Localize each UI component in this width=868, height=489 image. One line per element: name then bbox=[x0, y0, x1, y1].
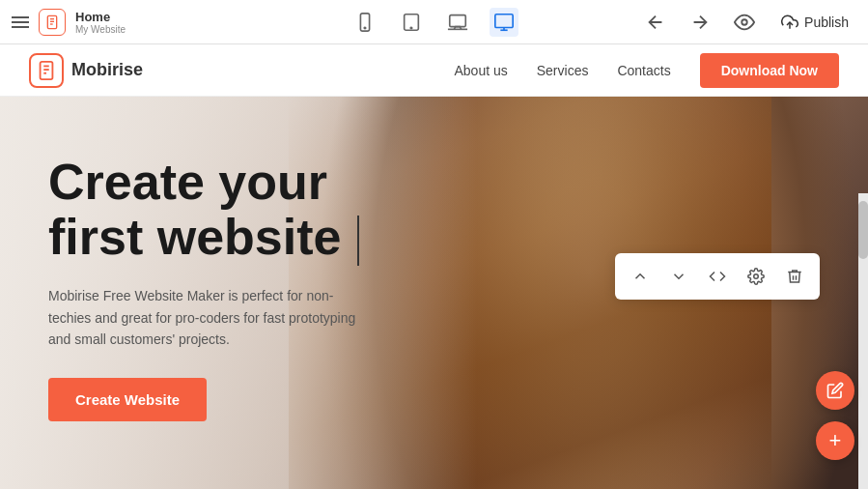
svg-point-7 bbox=[410, 27, 411, 28]
scrollbar[interactable] bbox=[858, 193, 868, 489]
device-switcher bbox=[350, 8, 518, 37]
tab-icon bbox=[39, 9, 66, 36]
hamburger-menu[interactable] bbox=[12, 16, 29, 28]
brand: Mobirise bbox=[29, 53, 143, 88]
tab-subtitle: My Website bbox=[75, 24, 126, 35]
hero-title-line1: Create your bbox=[48, 154, 327, 210]
hero-section: Create your first website Mobirise Free … bbox=[0, 97, 868, 489]
device-tablet[interactable] bbox=[397, 8, 426, 37]
nav-about[interactable]: About us bbox=[454, 63, 507, 78]
publish-button[interactable]: Publish bbox=[773, 10, 856, 35]
back-button[interactable] bbox=[640, 7, 671, 38]
brand-icon bbox=[29, 53, 64, 88]
svg-point-5 bbox=[364, 27, 365, 28]
device-laptop[interactable] bbox=[443, 8, 472, 37]
nav-services[interactable]: Services bbox=[537, 63, 589, 78]
preview-button[interactable] bbox=[729, 7, 760, 38]
website-navbar: Mobirise About us Services Contacts Down… bbox=[0, 44, 868, 97]
move-up-button[interactable] bbox=[623, 259, 658, 294]
fab-edit-button[interactable] bbox=[816, 371, 854, 410]
scrollbar-thumb[interactable] bbox=[858, 201, 868, 259]
move-down-button[interactable] bbox=[661, 259, 696, 294]
svg-point-10 bbox=[742, 19, 747, 25]
hero-title: Create your first website bbox=[48, 155, 386, 266]
fab-add-icon: + bbox=[829, 428, 842, 453]
device-mobile-small[interactable] bbox=[350, 8, 379, 37]
nav-contacts[interactable]: Contacts bbox=[617, 63, 670, 78]
svg-rect-9 bbox=[494, 14, 512, 27]
delete-button[interactable] bbox=[777, 259, 812, 294]
hero-content: Create your first website Mobirise Free … bbox=[0, 97, 434, 479]
hero-title-line2: first website bbox=[48, 209, 341, 265]
nav-download-button[interactable]: Download Now bbox=[700, 53, 839, 88]
tab-title: Home bbox=[75, 10, 126, 24]
toolbar-right: Publish bbox=[640, 7, 856, 38]
hero-cta-button[interactable]: Create Website bbox=[48, 378, 207, 421]
nav-links: About us Services Contacts Download Now bbox=[454, 53, 839, 88]
tab-info: Home My Website bbox=[75, 10, 126, 35]
top-toolbar: Home My Website bbox=[0, 0, 868, 44]
svg-rect-8 bbox=[449, 14, 465, 26]
svg-point-16 bbox=[754, 274, 759, 279]
forward-button[interactable] bbox=[685, 7, 715, 38]
settings-button[interactable] bbox=[739, 259, 773, 294]
code-button[interactable] bbox=[700, 259, 735, 294]
hero-background: Create your first website Mobirise Free … bbox=[0, 97, 868, 489]
block-toolbar bbox=[615, 253, 820, 300]
toolbar-left: Home My Website bbox=[12, 9, 126, 36]
publish-label: Publish bbox=[804, 14, 849, 30]
brand-name: Mobirise bbox=[71, 60, 143, 80]
fab-add-button[interactable]: + bbox=[816, 421, 854, 460]
device-desktop[interactable] bbox=[490, 8, 518, 37]
hero-description: Mobirise Free Website Maker is perfect f… bbox=[48, 285, 357, 350]
